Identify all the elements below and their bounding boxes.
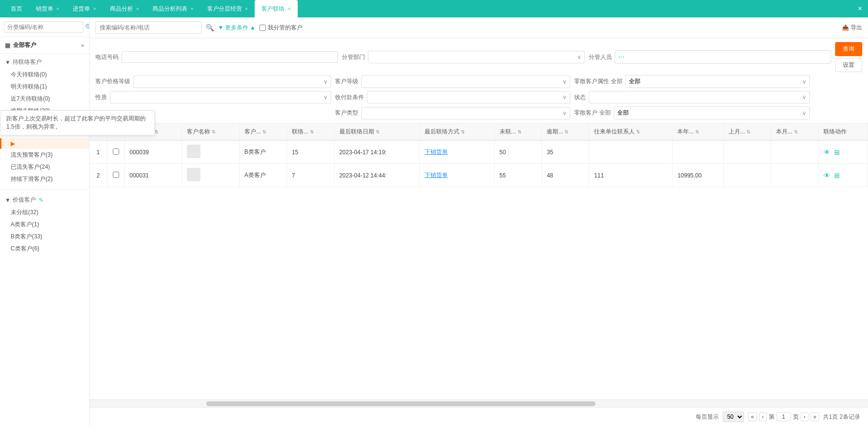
col-last-month: 上月...⇅ xyxy=(723,124,771,140)
last-page-button[interactable]: » xyxy=(810,412,820,421)
filter-row-1: 电话号码 分管部门 ∨ 分管人员 ··· 查询 设置 xyxy=(95,42,862,72)
status-select[interactable]: ∨ xyxy=(589,91,810,103)
nav-item-purchase[interactable]: 进货单 × xyxy=(66,0,103,17)
sidebar-item-class-a[interactable]: A类客户(1) xyxy=(0,219,89,231)
retail-attr-select[interactable]: 全部 ∨ xyxy=(625,75,810,88)
next-page-button[interactable]: › xyxy=(801,412,808,421)
status-label: 状态 xyxy=(574,93,586,102)
sidebar-search-input[interactable] xyxy=(4,21,83,33)
payment-select[interactable]: ∨ xyxy=(367,91,571,103)
nav-item-product-analysis[interactable]: 商品分析 × xyxy=(103,0,146,17)
sidebar-item-today[interactable]: 今天待联络(0) xyxy=(0,69,89,81)
row2-select-checkbox[interactable] xyxy=(113,172,119,178)
filter-row-3: 性质 ∨ 收付款条件 ∨ 状态 ∨ xyxy=(95,91,862,103)
close-customer-contact-tab[interactable]: × xyxy=(288,6,290,12)
sort-icon-this-year[interactable]: ⇅ xyxy=(695,129,699,134)
row2-last-date: 2023-04-12 14:44: xyxy=(334,164,420,187)
more-conditions-toggle[interactable]: ▼ 更多条件 ▲ xyxy=(218,24,256,32)
sort-icon-type[interactable]: ⇅ xyxy=(262,129,266,134)
my-customers-checkbox[interactable] xyxy=(259,25,266,31)
retail-select[interactable]: 全部 ∨ xyxy=(614,106,810,119)
sidebar-item-7days[interactable]: 近7天待联络(0) xyxy=(0,93,89,105)
row2-view-icon[interactable]: 👁 xyxy=(823,172,830,179)
sort-icon-overdue[interactable]: ⇅ xyxy=(564,129,568,134)
cust-type-select[interactable]: ∨ xyxy=(361,107,571,119)
nature-select[interactable]: ∨ xyxy=(110,91,331,103)
sidebar-item-warning[interactable]: 流失预警客户(3) xyxy=(0,149,89,161)
sidebar-item-class-b[interactable]: B类客户(33) xyxy=(0,231,89,243)
row1-grid-icon[interactable]: ⊞ xyxy=(834,148,840,156)
settings-button[interactable]: 设置 xyxy=(835,58,862,72)
page-navigation: « ‹ 第 1 页 › » xyxy=(748,412,819,421)
row1-select-checkbox[interactable] xyxy=(113,148,119,155)
export-button[interactable]: 📤 导出 xyxy=(842,24,862,32)
current-page-input[interactable]: 1 xyxy=(777,412,791,421)
filter-cell-cust-type: 客户类型 ∨ xyxy=(335,107,571,119)
sort-icon-this-month[interactable]: ⇅ xyxy=(794,129,798,134)
filter-bar: 🔍 ▼ 更多条件 ▲ 我分管的客户 📤 导出 xyxy=(90,17,868,38)
page-size-select[interactable]: 50 xyxy=(723,411,744,422)
sidebar-item-tomorrow[interactable]: 明天待联络(1) xyxy=(0,81,89,93)
window-close-button[interactable]: × xyxy=(858,4,862,13)
sidebar-divider-2 xyxy=(0,189,89,190)
nav-item-sales[interactable]: 销货单 × xyxy=(29,0,66,17)
close-product-analysis-tab[interactable]: × xyxy=(136,6,139,12)
nav-item-product-list[interactable]: 商品分析列表 × xyxy=(146,0,200,17)
first-page-button[interactable]: « xyxy=(748,412,757,421)
close-purchase-tab[interactable]: × xyxy=(93,6,96,12)
sidebar-section-pending-title[interactable]: ▼ 待联络客户 xyxy=(0,56,89,69)
sidebar-section-value-title[interactable]: ▼ 价值客户 ✎ xyxy=(0,193,89,206)
table-row: 1 000039 B类客户 15 2023-04-17 14:19: 下销货单 … xyxy=(90,140,868,164)
price-grade-select[interactable]: ∨ xyxy=(133,75,331,88)
sort-icon-contact[interactable]: ⇅ xyxy=(310,129,314,134)
dept-select[interactable]: ∨ xyxy=(368,51,584,63)
dots-icon[interactable]: ··· xyxy=(618,53,624,61)
row1-view-icon[interactable]: 👁 xyxy=(823,148,830,156)
search-input[interactable] xyxy=(95,21,202,34)
export-icon: 📤 xyxy=(842,24,849,31)
row2-index: 2 xyxy=(90,164,107,187)
sort-icon-unit-contact[interactable]: ⇅ xyxy=(636,129,640,134)
tooltip-box: 距客户上次交易时长，超过了此客户的平均交易周期的1.5倍，则视为异常。 xyxy=(0,110,90,135)
query-button[interactable]: 查询 xyxy=(835,42,862,56)
sort-icon-last-method[interactable]: ⇅ xyxy=(461,129,465,134)
filter-cell-phone: 电话号码 xyxy=(95,51,338,63)
nav-item-home[interactable]: 首页 xyxy=(4,0,29,17)
row2-grid-icon[interactable]: ⊞ xyxy=(834,172,840,179)
cust-grade-select[interactable]: ∨ xyxy=(361,75,571,88)
chevron-icon: ▲ xyxy=(250,24,256,31)
col-last-date: 最后联络日期⇅ xyxy=(334,124,420,140)
sidebar-search-icon[interactable]: 🔍 xyxy=(85,24,90,30)
prev-page-button[interactable]: ‹ xyxy=(759,412,767,421)
sort-icon-name[interactable]: ⇅ xyxy=(212,129,215,134)
my-customers-checkbox-label[interactable]: 我分管的客户 xyxy=(259,24,303,32)
row2-unit-contact: 111 xyxy=(589,164,672,187)
person-select[interactable]: ··· xyxy=(615,50,831,64)
horizontal-scrollbar[interactable] xyxy=(90,399,868,407)
row2-last-method: 下销货单 xyxy=(420,164,494,187)
sidebar-item-declining[interactable]: 持续下滑客户(2) xyxy=(0,173,89,185)
filter-cell-payment: 收付款条件 ∨ xyxy=(335,91,571,103)
edit-icon[interactable]: ✎ xyxy=(39,197,44,204)
close-product-list-tab[interactable]: × xyxy=(190,6,193,12)
scroll-thumb[interactable] xyxy=(206,401,595,406)
sort-icon-uncontacted[interactable]: ⇅ xyxy=(518,129,521,134)
nav-item-customer-tier[interactable]: 客户分层经营 × xyxy=(200,0,255,17)
sidebar-item-lost[interactable]: 已流失客户(24) xyxy=(0,161,89,173)
pagination-bar: 每页显示 50 « ‹ 第 1 页 › » 共1页 2条记录 xyxy=(90,407,868,426)
col-this-year: 本年...⇅ xyxy=(672,124,723,140)
sort-icon-last-date[interactable]: ⇅ xyxy=(376,129,380,134)
nav-item-customer-contact[interactable]: 客户联络 × xyxy=(255,0,297,17)
sidebar-collapse-icon[interactable]: « xyxy=(81,42,84,49)
close-customer-tier-tab[interactable]: × xyxy=(245,6,248,12)
search-button[interactable]: 🔍 xyxy=(206,24,214,31)
close-sales-tab[interactable]: × xyxy=(56,6,59,12)
sort-icon-last-month[interactable]: ⇅ xyxy=(746,129,750,134)
chevron-down-icon: ∨ xyxy=(577,54,581,60)
filter-row-2: 客户价格等级 ∨ 客户等级 ∨ 零散客户属性 全部 全部 ∨ xyxy=(95,75,862,88)
phone-input[interactable] xyxy=(122,51,338,63)
sidebar-item-abnormal-active[interactable]: ▶ xyxy=(0,138,89,149)
sidebar-section-value: ▼ 价值客户 ✎ 未分组(32) A类客户(1) B类客户(33) C类客户(6… xyxy=(0,191,89,257)
sidebar-item-ungroup[interactable]: 未分组(32) xyxy=(0,206,89,219)
sidebar-item-class-c[interactable]: C类客户(6) xyxy=(0,243,89,255)
